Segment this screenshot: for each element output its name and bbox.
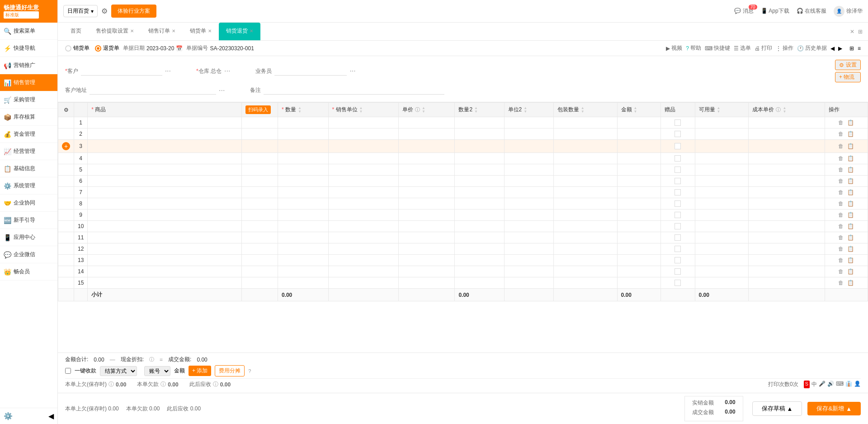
pkg-cell-1[interactable] xyxy=(553,117,617,129)
prev-record-icon[interactable]: ◀ xyxy=(830,45,835,52)
sidebar-item-8[interactable]: 📋 基础信息 xyxy=(0,160,57,177)
keyboard-icon[interactable]: ⌨ xyxy=(836,381,844,388)
available-cell-3[interactable] xyxy=(695,140,749,153)
qty-cell-13[interactable] xyxy=(278,255,328,266)
available-cell-13[interactable] xyxy=(695,255,749,266)
operation-btn[interactable]: ⋮ 操作 xyxy=(776,44,793,52)
delete-icon-9[interactable]: 🗑 xyxy=(838,212,844,218)
available-cell-1[interactable] xyxy=(695,117,749,129)
cost-sort-icon[interactable]: ▲▼ xyxy=(783,106,786,114)
available-cell-5[interactable] xyxy=(695,164,749,176)
cost-price-cell-15[interactable] xyxy=(749,277,825,289)
cost-price-cell-14[interactable] xyxy=(749,266,825,277)
amount-cell-12[interactable] xyxy=(617,243,661,255)
online-service-link[interactable]: 🎧 在线客服 xyxy=(797,7,826,15)
th-scan[interactable]: 扫码录入 xyxy=(241,103,278,117)
qty2-cell-5[interactable] xyxy=(455,164,504,176)
sidebar-item-11[interactable]: 🆕 新手引导 xyxy=(0,212,57,229)
pkg-cell-7[interactable] xyxy=(553,187,617,198)
price-cell-5[interactable] xyxy=(399,164,455,176)
salesperson-input[interactable] xyxy=(274,67,347,76)
gift-checkbox-11[interactable] xyxy=(675,234,681,241)
available-cell-2[interactable] xyxy=(695,129,749,140)
unit-cell-12[interactable] xyxy=(328,243,399,255)
unit-cell-8[interactable] xyxy=(328,198,399,210)
pkg-cell-14[interactable] xyxy=(553,266,617,277)
sidebar-item-3[interactable]: 📊 销售管理 xyxy=(0,74,57,91)
qty-cell-5[interactable] xyxy=(278,164,328,176)
sidebar-item-13[interactable]: 💬 企业微信 xyxy=(0,246,57,263)
qty2-cell-12[interactable] xyxy=(455,243,504,255)
delete-icon-14[interactable]: 🗑 xyxy=(838,268,844,275)
delete-icon-6[interactable]: 🗑 xyxy=(838,178,844,184)
qty-cell-11[interactable] xyxy=(278,232,328,243)
pkg-cell-5[interactable] xyxy=(553,164,617,176)
pkg-cell-8[interactable] xyxy=(553,198,617,210)
unit2-cell-1[interactable] xyxy=(504,117,553,129)
account-select[interactable]: 账号 xyxy=(144,366,170,376)
copy-icon-15[interactable]: 📋 xyxy=(847,280,854,286)
unit-sort-icon[interactable]: ▲▼ xyxy=(359,106,363,114)
unit2-cell-5[interactable] xyxy=(504,164,553,176)
gift-checkbox-3[interactable] xyxy=(675,143,681,149)
gift-cell-9[interactable] xyxy=(661,210,695,221)
price-cell-12[interactable] xyxy=(399,243,455,255)
unit-cell-14[interactable] xyxy=(328,266,399,277)
gift-cell-3[interactable] xyxy=(661,140,695,153)
gift-checkbox-13[interactable] xyxy=(675,257,681,263)
unit2-cell-11[interactable] xyxy=(504,232,553,243)
unit2-cell-8[interactable] xyxy=(504,198,553,210)
copy-icon-2[interactable]: 📋 xyxy=(847,131,854,137)
product-cell-13[interactable] xyxy=(88,255,242,266)
price-cell-1[interactable] xyxy=(399,117,455,129)
price-cell-11[interactable] xyxy=(399,232,455,243)
address-input[interactable] xyxy=(90,86,216,95)
select-btn[interactable]: ☰ 选单 xyxy=(734,44,751,52)
copy-icon-1[interactable]: 📋 xyxy=(847,119,854,126)
zh-icon[interactable]: 中 xyxy=(811,381,817,388)
qty2-cell-7[interactable] xyxy=(455,187,504,198)
price-cell-14[interactable] xyxy=(399,266,455,277)
product-cell-4[interactable] xyxy=(88,153,242,164)
pkg-cell-2[interactable] xyxy=(553,129,617,140)
qty2-cell-13[interactable] xyxy=(455,255,504,266)
note-input[interactable] xyxy=(264,86,444,95)
gift-checkbox-5[interactable] xyxy=(675,167,681,173)
tab-close-4[interactable]: ✕ xyxy=(250,29,253,33)
tab-3[interactable]: 销货单✕ xyxy=(183,23,219,40)
expand-icon[interactable]: ⊞ xyxy=(858,29,863,35)
radio-return-order[interactable]: 退货单 xyxy=(95,44,119,52)
sidebar-item-7[interactable]: 📈 经营管理 xyxy=(0,143,57,160)
gift-cell-7[interactable] xyxy=(661,187,695,198)
product-input[interactable] xyxy=(91,143,238,150)
cost-price-cell-6[interactable] xyxy=(749,176,825,187)
delete-icon-15[interactable]: 🗑 xyxy=(838,280,844,286)
customer-input[interactable] xyxy=(81,67,162,76)
amount-cell-14[interactable] xyxy=(617,266,661,277)
gift-cell-4[interactable] xyxy=(661,153,695,164)
amount-cell-7[interactable] xyxy=(617,187,661,198)
available-cell-8[interactable] xyxy=(695,198,749,210)
gift-cell-1[interactable] xyxy=(661,117,695,129)
unit2-cell-14[interactable] xyxy=(504,266,553,277)
topbar-settings-icon[interactable]: ⚙ xyxy=(101,7,108,15)
unit-cell-5[interactable] xyxy=(328,164,399,176)
one-click-pay-checkbox[interactable] xyxy=(65,368,71,374)
pkg-cell-6[interactable] xyxy=(553,176,617,187)
save-draft-btn[interactable]: 保存草稿 ▲ xyxy=(752,401,802,416)
delete-icon-10[interactable]: 🗑 xyxy=(838,223,844,229)
price-cell-8[interactable] xyxy=(399,198,455,210)
sidebar-item-6[interactable]: 💰 资金管理 xyxy=(0,126,57,143)
status-circle-0[interactable]: ⓘ xyxy=(108,381,114,388)
unit2-cell-12[interactable] xyxy=(504,243,553,255)
unit-cell-7[interactable] xyxy=(328,187,399,198)
status-circle-2[interactable]: ⓘ xyxy=(213,381,218,388)
cost-price-cell-1[interactable] xyxy=(749,117,825,129)
gift-checkbox-1[interactable] xyxy=(675,119,681,126)
mic-icon[interactable]: 🎤 xyxy=(819,381,826,388)
shortcut-btn[interactable]: ⌨ 快捷键 xyxy=(705,44,730,52)
amount-cell-13[interactable] xyxy=(617,255,661,266)
gift-checkbox-15[interactable] xyxy=(675,280,681,286)
address-select-icon[interactable]: ··· xyxy=(219,86,225,95)
available-cell-6[interactable] xyxy=(695,176,749,187)
